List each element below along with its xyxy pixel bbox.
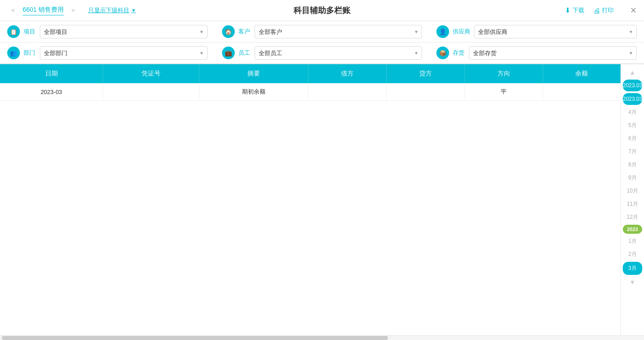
timeline-item-1[interactable]: 1月 — [621, 235, 644, 248]
table-header-row: 日期 凭证号 摘要 借方 贷方 方向 余额 — [0, 64, 620, 83]
col-date: 日期 — [0, 64, 103, 83]
show-sub-arrow-icon: ▼ — [131, 8, 136, 13]
timeline-year-2023[interactable]: 2023 — [623, 225, 642, 234]
col-debit: 借方 — [308, 64, 386, 83]
timeline-sidebar: ▲ 2023.03 2023.03 4月 5月 6月 7月 8月 9月 10月 … — [620, 64, 644, 335]
cell-debit-0 — [308, 83, 386, 101]
page-title: 科目辅助多栏账 — [294, 5, 350, 16]
cell-summary-0: 期初余额 — [199, 83, 308, 101]
department-select[interactable]: 全部部门 — [40, 46, 208, 60]
supplier-icon: 👤 — [436, 25, 449, 38]
timeline-item-2023-03-1[interactable]: 2023.03 — [623, 80, 642, 91]
timeline-up-arrow[interactable]: ▲ — [630, 66, 636, 79]
project-select[interactable]: 全部项目 — [40, 25, 208, 38]
department-label: 部门 — [24, 49, 36, 57]
timeline-down-arrow[interactable]: ▼ — [630, 276, 636, 288]
customer-icon: 🏠 — [222, 25, 235, 38]
timeline-item-5[interactable]: 5月 — [621, 119, 644, 132]
employee-label: 员工 — [238, 49, 251, 57]
project-icon: 📋 — [7, 25, 20, 38]
download-label: 下载 — [573, 6, 584, 14]
col-summary: 摘要 — [199, 64, 308, 83]
cell-date-0: 2023-03 — [0, 83, 103, 101]
main-window: ＜ 6601 销售费用 ＞ 只显示下级科目 ▼ 科目辅助多栏账 ⬇ 下载 🖨 打… — [0, 0, 644, 340]
timeline-item-9[interactable]: 9月 — [621, 171, 644, 184]
employee-icon: 💼 — [222, 47, 235, 59]
horizontal-scrollbar[interactable] — [0, 335, 644, 340]
employee-select-wrapper: 全部员工 ▼ — [255, 46, 422, 60]
filter-item-department: 👥 部门 全部部门 ▼ — [0, 42, 215, 64]
timeline-item-2[interactable]: 2月 — [621, 248, 644, 261]
download-button[interactable]: ⬇ 下载 — [565, 6, 584, 14]
timeline-item-7[interactable]: 7月 — [621, 145, 644, 158]
cell-direction-0: 平 — [464, 83, 543, 101]
col-voucher: 凭证号 — [103, 64, 199, 83]
table-container: 日期 凭证号 摘要 借方 贷方 方向 余额 2023-03期初余额平 ▲ 202… — [0, 64, 644, 335]
print-icon: 🖨 — [593, 7, 600, 14]
download-icon: ⬇ — [565, 6, 571, 14]
department-select-wrapper: 全部部门 ▼ — [40, 46, 208, 60]
customer-select[interactable]: 全部客户 — [255, 25, 422, 38]
print-button[interactable]: 🖨 打印 — [593, 6, 614, 14]
customer-select-wrapper: 全部客户 ▼ — [255, 25, 422, 38]
project-select-wrapper: 全部项目 ▼ — [40, 25, 208, 38]
account-code[interactable]: 6601 销售费用 — [23, 6, 64, 15]
timeline-item-12[interactable]: 12月 — [621, 211, 644, 224]
filter-item-employee: 💼 员工 全部员工 ▼ — [215, 42, 430, 64]
show-sub-button[interactable]: 只显示下级科目 ▼ — [88, 6, 136, 14]
close-button[interactable]: ✕ — [630, 5, 637, 15]
inventory-select[interactable]: 全部存货 — [469, 46, 637, 60]
timeline-item-10[interactable]: 10月 — [621, 184, 644, 198]
col-credit: 贷方 — [386, 64, 464, 83]
col-direction: 方向 — [464, 64, 543, 83]
top-bar: ＜ 6601 销售费用 ＞ 只显示下级科目 ▼ 科目辅助多栏账 ⬇ 下载 🖨 打… — [0, 0, 644, 21]
table-row: 2023-03期初余额平 — [0, 83, 620, 101]
employee-select[interactable]: 全部员工 — [255, 46, 422, 60]
filter-item-inventory: 📦 存货 全部存货 ▼ — [429, 42, 644, 64]
department-icon: 👥 — [7, 47, 20, 59]
project-label: 项目 — [24, 28, 36, 36]
cell-voucher-0 — [103, 83, 199, 101]
timeline-item-3-active[interactable]: 3月 — [623, 262, 642, 275]
col-balance: 余额 — [543, 64, 620, 83]
filter-item-project: 📋 项目 全部项目 ▼ — [0, 21, 215, 42]
filter-item-customer: 🏠 客户 全部客户 ▼ — [215, 21, 430, 42]
timeline-item-2023-03-2[interactable]: 2023.03 — [623, 93, 642, 105]
cell-credit-0 — [386, 83, 464, 101]
filter-item-supplier: 👤 供应商 全部供应商 ▼ — [429, 21, 644, 42]
main-table-area[interactable]: 日期 凭证号 摘要 借方 贷方 方向 余额 2023-03期初余额平 — [0, 64, 620, 335]
next-arrow[interactable]: ＞ — [67, 5, 79, 15]
scroll-thumb[interactable] — [2, 336, 388, 340]
top-actions: ⬇ 下载 🖨 打印 ✕ — [565, 5, 637, 15]
inventory-icon: 📦 — [436, 47, 449, 59]
inventory-label: 存货 — [453, 49, 465, 57]
timeline-item-8[interactable]: 8月 — [621, 158, 644, 171]
ledger-table: 日期 凭证号 摘要 借方 贷方 方向 余额 2023-03期初余额平 — [0, 64, 620, 101]
supplier-select-wrapper: 全部供应商 ▼ — [474, 25, 637, 38]
supplier-select[interactable]: 全部供应商 — [474, 25, 637, 38]
filter-bar: 📋 项目 全部项目 ▼ 🏠 客户 全部客户 ▼ 👤 供应商 — [0, 21, 644, 64]
timeline-item-6[interactable]: 6月 — [621, 132, 644, 145]
prev-arrow[interactable]: ＜ — [7, 5, 19, 15]
inventory-select-wrapper: 全部存货 ▼ — [469, 46, 637, 60]
timeline-item-11[interactable]: 11月 — [621, 198, 644, 211]
supplier-label: 供应商 — [453, 28, 470, 36]
print-label: 打印 — [602, 6, 614, 14]
timeline-item-4[interactable]: 4月 — [621, 106, 644, 119]
cell-balance-0 — [543, 83, 620, 101]
customer-label: 客户 — [238, 28, 251, 36]
show-sub-label: 只显示下级科目 — [88, 6, 129, 14]
